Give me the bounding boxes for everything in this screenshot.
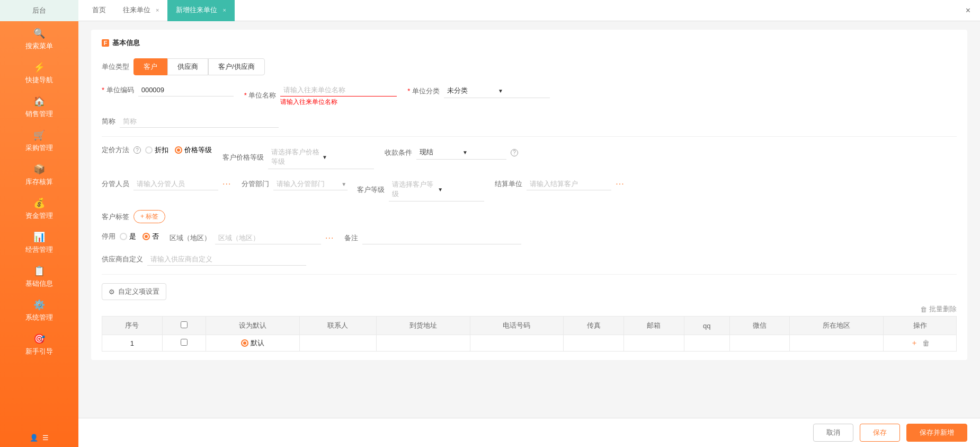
- sidebar-item-inventory[interactable]: 📦 库存核算: [0, 157, 78, 191]
- code-group: 单位编码: [102, 84, 234, 97]
- short-name-input[interactable]: [120, 115, 279, 128]
- row-fax: [564, 335, 624, 352]
- unit-type-customer-btn[interactable]: 客户: [133, 58, 167, 75]
- unit-type-both-btn[interactable]: 客户/供应商: [208, 58, 265, 75]
- manager-row: 分管人员 ··· 分管部门 ▼ 客户等级 请选择客户等级 ▼: [102, 178, 957, 201]
- col-qq: qq: [684, 317, 729, 335]
- dept-input[interactable]: [273, 178, 348, 190]
- settlement-label: 结算单位: [495, 179, 522, 189]
- batch-delete-label[interactable]: 批量删除: [929, 304, 957, 314]
- sidebar-item-sales[interactable]: 🏠 销售管理: [0, 89, 78, 123]
- basics-icon: 📋: [33, 265, 45, 277]
- tab-contacts-close[interactable]: ×: [156, 7, 159, 13]
- pricing-help-icon[interactable]: ?: [133, 146, 141, 154]
- divider-1: [102, 136, 957, 137]
- settlement-more-btn[interactable]: ···: [616, 179, 624, 189]
- sidebar-user-icon: 👤: [30, 434, 38, 442]
- short-name-label: 简称: [102, 117, 115, 126]
- name-input[interactable]: [280, 84, 397, 97]
- code-input[interactable]: [138, 84, 234, 97]
- category-label: 单位分类: [407, 86, 440, 96]
- pricing-discount-label: 折扣: [155, 145, 168, 155]
- pricing-level-label: 价格等级: [184, 145, 212, 155]
- tab-new-contact[interactable]: 新增往来单位 ×: [167, 0, 234, 21]
- row-default-radio[interactable]: 默认: [211, 338, 294, 348]
- save-new-button[interactable]: 保存并新增: [906, 424, 967, 442]
- payment-group: 收款条件 现结 ▼ ?: [385, 145, 518, 160]
- sidebar-item-basics[interactable]: 📋 基础信息: [0, 259, 78, 293]
- row-delete-btn[interactable]: 🗑: [922, 339, 930, 347]
- remark-input[interactable]: [362, 232, 521, 244]
- dept-group: 分管部门 ▼: [242, 178, 346, 190]
- table-header: 序号 设为默认 联系人 到货地址 电话号码 传真 邮箱 qq 微信 所在地区 操…: [102, 317, 957, 335]
- pricing-label: 定价方法: [102, 145, 129, 155]
- unit-type-buttons: 客户 供应商 客户/供应商: [133, 58, 265, 75]
- region-input[interactable]: [215, 232, 321, 244]
- disabled-no-label: 否: [152, 232, 159, 241]
- row-actions: ＋ 🗑: [884, 335, 957, 352]
- table-header-row: 序号 设为默认 联系人 到货地址 电话号码 传真 邮箱 qq 微信 所在地区 操…: [102, 317, 957, 335]
- add-tag-button[interactable]: + 标签: [133, 210, 165, 223]
- content-area: F 基本信息 单位类型 客户 供应商 客户/供应商 单位编码: [78, 21, 980, 418]
- custom-settings-button[interactable]: ⚙ 自定义项设置: [102, 283, 166, 300]
- sidebar-item-label: 经营管理: [25, 245, 53, 255]
- settlement-input[interactable]: [527, 178, 611, 190]
- tab-home[interactable]: 首页: [84, 0, 114, 21]
- payment-select[interactable]: 现结 ▼: [416, 145, 506, 160]
- manager-label: 分管人员: [102, 179, 129, 189]
- price-level-placeholder: 请选择客户价格等级: [271, 147, 320, 166]
- tab-bar: 首页 往来单位 × 新增往来单位 × ×: [78, 0, 980, 21]
- save-button[interactable]: 保存: [860, 424, 900, 442]
- disabled-no-circle: [142, 233, 150, 240]
- tab-new-contact-close[interactable]: ×: [222, 7, 226, 13]
- disabled-row: 停用 是 否 区域（地区） ···: [102, 232, 957, 244]
- row-add-btn[interactable]: ＋: [911, 338, 918, 348]
- sidebar-item-purchase[interactable]: 🛒 采购管理: [0, 123, 78, 157]
- col-no: 序号: [102, 317, 163, 335]
- batch-delete-icon: 🗑: [920, 305, 927, 313]
- sidebar-item-system[interactable]: ⚙️ 系统管理: [0, 293, 78, 327]
- disabled-no-radio[interactable]: 否: [142, 232, 159, 241]
- category-select[interactable]: 未分类 ▼: [444, 84, 550, 98]
- price-level-label: 客户价格等级: [222, 153, 264, 162]
- settings-row: ⚙ 自定义项设置: [102, 283, 957, 300]
- pricing-discount-radio[interactable]: 折扣: [145, 145, 168, 155]
- row-default-cell: 默认: [206, 335, 300, 352]
- row-checkbox[interactable]: [181, 339, 188, 346]
- sidebar-item-quick-nav[interactable]: ⚡ 快捷导航: [0, 55, 78, 89]
- sidebar-item-guide[interactable]: 🎯 新手引导: [0, 327, 78, 361]
- unit-type-row: 单位类型 客户 供应商 客户/供应商: [102, 58, 957, 75]
- price-level-select[interactable]: 请选择客户价格等级 ▼: [268, 145, 374, 169]
- pricing-level-radio[interactable]: 价格等级: [175, 145, 212, 155]
- row-contact: [299, 335, 376, 352]
- row-action-buttons: ＋ 🗑: [889, 338, 951, 348]
- sidebar-item-finance[interactable]: 💰 资金管理: [0, 191, 78, 225]
- cancel-button[interactable]: 取消: [813, 424, 853, 442]
- operations-icon: 📊: [33, 231, 45, 243]
- col-address: 到货地址: [376, 317, 470, 335]
- tab-contacts[interactable]: 往来单位 ×: [114, 0, 167, 21]
- sidebar-menu-icon: ☰: [42, 434, 49, 442]
- disabled-yes-radio[interactable]: 是: [120, 232, 136, 241]
- main-close-button[interactable]: ×: [961, 6, 975, 15]
- tab-contacts-label: 往来单位: [123, 5, 150, 15]
- manager-input[interactable]: [133, 178, 218, 190]
- sidebar-item-search[interactable]: 🔍 搜索菜单: [0, 21, 78, 55]
- disabled-radio-group: 是 否: [120, 232, 159, 241]
- unit-type-supplier-btn[interactable]: 供应商: [167, 58, 208, 75]
- manager-more-btn[interactable]: ···: [222, 179, 231, 189]
- select-all-checkbox[interactable]: [181, 321, 188, 328]
- tags-label: 客户标签: [102, 212, 129, 222]
- sidebar-item-operations[interactable]: 📊 经营管理: [0, 225, 78, 259]
- dept-arrow: ▼: [341, 181, 346, 187]
- region-more-btn[interactable]: ···: [325, 233, 334, 243]
- payment-help-icon[interactable]: ?: [511, 149, 518, 156]
- section-title-basic: F 基本信息: [102, 38, 957, 48]
- pricing-radio-group: 折扣 价格等级: [145, 145, 212, 155]
- unit-type-label: 单位类型: [102, 62, 129, 72]
- customer-level-select[interactable]: 请选择客户等级 ▼: [389, 178, 484, 201]
- supplier-custom-input[interactable]: [147, 253, 306, 266]
- sidebar-item-label: 系统管理: [25, 313, 53, 322]
- pricing-level-circle: [175, 146, 182, 154]
- guide-icon: 🎯: [33, 333, 45, 345]
